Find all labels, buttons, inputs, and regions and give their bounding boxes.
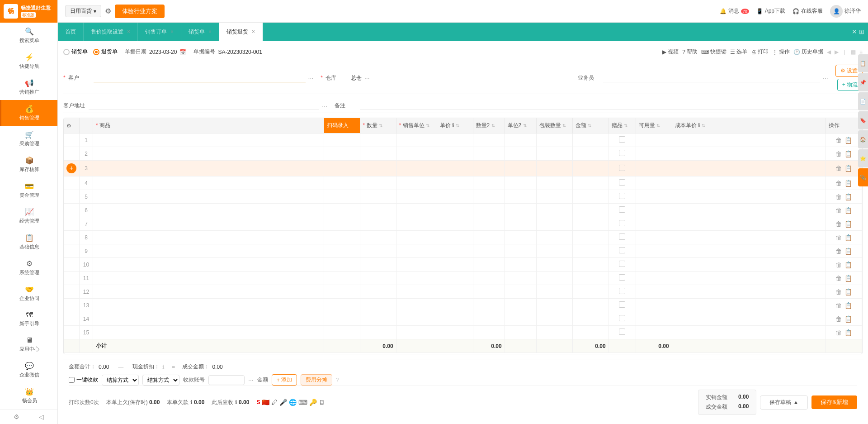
row-price-cell[interactable] bbox=[437, 258, 473, 272]
row-qty2-cell[interactable] bbox=[473, 299, 505, 312]
sidebar-item-system[interactable]: ⚙ 系统管理 bbox=[0, 255, 57, 281]
row-copy-btn[interactable]: 📋 bbox=[844, 234, 852, 241]
gift-checkbox[interactable] bbox=[619, 301, 625, 308]
row-amount-cell[interactable] bbox=[572, 244, 609, 258]
row-delete-btn[interactable]: 🗑 bbox=[835, 137, 842, 144]
row-available-cell[interactable] bbox=[636, 147, 672, 161]
close-all-tabs-btn[interactable]: ✕ bbox=[852, 28, 857, 35]
sidebar-collapse-btn[interactable]: ◁ bbox=[39, 413, 44, 420]
warehouse-picker-btn[interactable]: ··· bbox=[364, 74, 370, 81]
row-packqty-cell[interactable] bbox=[536, 217, 572, 231]
row-gift-cell[interactable] bbox=[609, 147, 636, 161]
notification-btn[interactable]: 🔔 消息 70 bbox=[720, 7, 749, 15]
radio-sale[interactable]: 销货单 bbox=[63, 48, 88, 56]
row-price-cell[interactable] bbox=[437, 161, 473, 176]
row-amount-cell[interactable] bbox=[572, 161, 609, 176]
staff-input[interactable] bbox=[603, 74, 820, 82]
row-price-cell[interactable] bbox=[437, 312, 473, 326]
row-gift-cell[interactable] bbox=[609, 176, 636, 190]
select-btn[interactable]: ☰ 选单 bbox=[730, 48, 747, 56]
address-picker-btn[interactable]: ··· bbox=[322, 102, 327, 110]
row-unit-cell[interactable] bbox=[396, 272, 437, 285]
operate-btn[interactable]: ⋮ 操作 bbox=[772, 48, 790, 56]
gift-checkbox[interactable] bbox=[619, 179, 625, 186]
sidebar-item-basic[interactable]: 📋 基础信息 bbox=[0, 229, 57, 255]
row-goods-cell[interactable] bbox=[93, 312, 324, 326]
row-cost-cell[interactable] bbox=[672, 161, 826, 176]
row-packqty-cell[interactable] bbox=[536, 285, 572, 299]
print-btn[interactable]: 🖨 打印 bbox=[751, 48, 769, 56]
save-draft-btn[interactable]: 保存草稿 ▲ bbox=[760, 395, 808, 410]
row-cost-cell[interactable] bbox=[672, 258, 826, 272]
row-qty2-cell[interactable] bbox=[473, 133, 505, 147]
gift-checkbox[interactable] bbox=[619, 193, 625, 199]
row-copy-btn[interactable]: 📋 bbox=[844, 329, 852, 336]
row-available-cell[interactable] bbox=[636, 258, 672, 272]
row-delete-btn[interactable]: 🗑 bbox=[835, 193, 842, 200]
row-qty-cell[interactable] bbox=[360, 299, 396, 312]
row-price-cell[interactable] bbox=[437, 244, 473, 258]
sidebar-item-inventory[interactable]: 📦 库存核算 bbox=[0, 152, 57, 177]
gift-checkbox[interactable] bbox=[619, 315, 625, 321]
row-unit2-cell[interactable] bbox=[505, 147, 536, 161]
row-price-cell[interactable] bbox=[437, 326, 473, 339]
row-gift-cell[interactable] bbox=[609, 231, 636, 244]
row-qty-cell[interactable] bbox=[360, 190, 396, 204]
row-available-cell[interactable] bbox=[636, 299, 672, 312]
row-unit-cell[interactable] bbox=[396, 133, 437, 147]
row-unit2-cell[interactable] bbox=[505, 244, 536, 258]
sidebar-item-operation[interactable]: 📈 经营管理 bbox=[0, 203, 57, 229]
row-amount-cell[interactable] bbox=[572, 285, 609, 299]
row-gift-cell[interactable] bbox=[609, 299, 636, 312]
row-qty-cell[interactable] bbox=[360, 217, 396, 231]
sidebar-item-wechat[interactable]: 💬 企业微信 bbox=[0, 357, 57, 383]
row-qty-cell[interactable] bbox=[360, 161, 396, 176]
row-unit2-cell[interactable] bbox=[505, 133, 536, 147]
row-unit2-cell[interactable] bbox=[505, 204, 536, 217]
row-qty2-cell[interactable] bbox=[473, 312, 505, 326]
row-unit-cell[interactable] bbox=[396, 147, 437, 161]
row-cost-cell[interactable] bbox=[672, 147, 826, 161]
row-price-cell[interactable] bbox=[437, 204, 473, 217]
row-qty-cell[interactable] bbox=[360, 272, 396, 285]
gift-checkbox[interactable] bbox=[619, 288, 625, 294]
row-unit2-cell[interactable] bbox=[505, 326, 536, 339]
row-amount-cell[interactable] bbox=[572, 190, 609, 204]
row-available-cell[interactable] bbox=[636, 161, 672, 176]
row-cost-cell[interactable] bbox=[672, 272, 826, 285]
row-cost-cell[interactable] bbox=[672, 299, 826, 312]
row-packqty-cell[interactable] bbox=[536, 161, 572, 176]
row-packqty-cell[interactable] bbox=[536, 272, 572, 285]
right-panel-btn-2[interactable]: 📌 bbox=[858, 73, 868, 91]
tab-price-setting[interactable]: 售价提取设置× bbox=[84, 23, 138, 41]
row-qty2-cell[interactable] bbox=[473, 161, 505, 176]
row-cost-cell[interactable] bbox=[672, 312, 826, 326]
row-amount-cell[interactable] bbox=[572, 176, 609, 190]
row-packqty-cell[interactable] bbox=[536, 231, 572, 244]
row-available-cell[interactable] bbox=[636, 204, 672, 217]
app-download-btn[interactable]: 📱 App下载 bbox=[756, 7, 785, 15]
split-btn[interactable]: 费用分摊 bbox=[301, 374, 332, 386]
row-price-cell[interactable] bbox=[437, 217, 473, 231]
row-qty2-cell[interactable] bbox=[473, 285, 505, 299]
tab-home[interactable]: 首页 bbox=[58, 23, 84, 41]
row-amount-cell[interactable] bbox=[572, 231, 609, 244]
row-amount-cell[interactable] bbox=[572, 204, 609, 217]
row-unit2-cell[interactable] bbox=[505, 217, 536, 231]
row-price-cell[interactable] bbox=[437, 190, 473, 204]
row-gift-cell[interactable] bbox=[609, 190, 636, 204]
row-unit-cell[interactable] bbox=[396, 244, 437, 258]
row-packqty-cell[interactable] bbox=[536, 326, 572, 339]
row-goods-cell[interactable] bbox=[93, 244, 324, 258]
row-copy-btn[interactable]: 📋 bbox=[844, 207, 852, 214]
row-unit2-cell[interactable] bbox=[505, 272, 536, 285]
row-delete-btn[interactable]: 🗑 bbox=[835, 150, 842, 157]
row-packqty-cell[interactable] bbox=[536, 312, 572, 326]
row-available-cell[interactable] bbox=[636, 231, 672, 244]
gift-checkbox[interactable] bbox=[619, 233, 625, 240]
staff-picker-btn[interactable]: ··· bbox=[823, 74, 828, 81]
row-qty2-cell[interactable] bbox=[473, 217, 505, 231]
row-delete-btn[interactable]: 🗑 bbox=[835, 234, 842, 241]
calc-select[interactable]: 结算方式 bbox=[142, 375, 179, 386]
row-qty-cell[interactable] bbox=[360, 147, 396, 161]
